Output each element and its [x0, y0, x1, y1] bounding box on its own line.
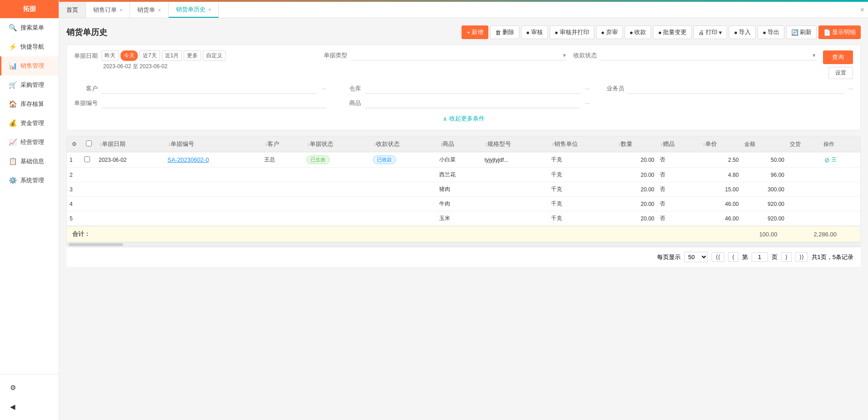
date-more-btn[interactable]: 更多: [184, 50, 201, 61]
cell-checkbox[interactable]: [81, 168, 96, 182]
per-page-select[interactable]: 50 100 200: [684, 252, 708, 262]
customer-ellipsis-btn[interactable]: ···: [322, 85, 326, 92]
doc-type-select[interactable]: ▾: [351, 50, 566, 60]
collapse-filter-btn[interactable]: ∧ 收起更多条件: [74, 113, 853, 125]
print-button[interactable]: 🖨 打印 ▾: [693, 25, 727, 39]
product-input[interactable]: [365, 98, 580, 108]
cell-checkbox[interactable]: [81, 211, 96, 226]
cell-number[interactable]: [165, 211, 261, 226]
customer-input[interactable]: [101, 84, 316, 94]
doc-number-link[interactable]: SA-20230602-0: [167, 156, 209, 163]
query-button[interactable]: 查询: [823, 50, 853, 64]
product-ellipsis-btn[interactable]: ···: [585, 100, 590, 106]
cell-number[interactable]: [165, 182, 261, 197]
tab-home[interactable]: 首页: [59, 2, 86, 18]
th-product[interactable]: ↕商品: [437, 136, 482, 152]
cell-checkbox[interactable]: [81, 152, 96, 168]
audit-button[interactable]: ● 审核: [521, 25, 548, 39]
date-yesterday-btn[interactable]: 昨天: [101, 50, 119, 61]
cell-number[interactable]: SA-20230602-0: [165, 152, 261, 168]
tab-sales-history-close[interactable]: ×: [208, 7, 211, 12]
tabs-bar-close-all[interactable]: ×: [860, 6, 868, 14]
pagination-prev-btn[interactable]: ⟨: [728, 252, 738, 262]
sidebar-item-quick-nav[interactable]: ⚡ 快捷导航: [0, 37, 59, 56]
sidebar-item-purchase-mgmt[interactable]: 🛒 采购管理: [0, 75, 59, 95]
scrollbar-thumb[interactable]: [69, 243, 123, 246]
sidebar-item-search-menu[interactable]: 🔍 搜索菜单: [0, 18, 59, 37]
refresh-button[interactable]: 🔄 刷新: [786, 25, 817, 39]
cell-customer: 王总: [261, 152, 304, 168]
export-button[interactable]: ● 导出: [758, 25, 784, 39]
th-gear[interactable]: ⚙: [67, 136, 81, 152]
new-button[interactable]: + 新增: [462, 25, 488, 39]
warehouse-input[interactable]: [365, 84, 580, 94]
sidebar-item-basic-info[interactable]: 📋 基础信息: [0, 152, 59, 171]
abandon-icon: ●: [601, 29, 605, 36]
date-custom-btn[interactable]: 自定义: [203, 50, 226, 61]
tab-sales-history[interactable]: 销货单历史 ×: [169, 2, 219, 18]
select-all-checkbox[interactable]: [86, 140, 92, 146]
staff-input[interactable]: [628, 84, 843, 94]
tab-sales-order[interactable]: 销售订单 ×: [86, 2, 130, 18]
cell-gift: 否: [657, 197, 699, 211]
cell-number[interactable]: [165, 168, 261, 182]
date-filter-label: 单据日期: [74, 52, 98, 60]
th-date[interactable]: ↕单据日期: [96, 136, 165, 152]
sidebar-collapse-btn[interactable]: ◀: [0, 397, 59, 416]
more-action-icon[interactable]: ⠿: [832, 156, 836, 164]
delete-button[interactable]: 🗑 删除: [490, 25, 519, 39]
date-filter-buttons: 昨天 今天 近7天 近1月 更多 自定义: [101, 50, 316, 61]
payment-status-select[interactable]: ▾: [601, 50, 816, 60]
sidebar-item-operations[interactable]: 📈 经营管理: [0, 133, 59, 152]
th-pay-status[interactable]: ↕收款状态: [370, 136, 437, 152]
edit-action-icon[interactable]: ⊘: [824, 156, 830, 164]
sidebar-item-label: 采购管理: [20, 81, 44, 89]
th-gift[interactable]: ↕赠品: [657, 136, 699, 152]
audit-print-button[interactable]: ● 审核并打印: [550, 25, 594, 39]
sidebar-settings-btn[interactable]: ⚙: [0, 378, 59, 397]
th-number[interactable]: ↕单据编号: [165, 136, 261, 152]
batch-change-button[interactable]: ● 批量变更: [653, 25, 692, 39]
abandon-button[interactable]: ● 弃审: [596, 25, 623, 39]
cell-doc-status: [304, 197, 370, 211]
staff-ellipsis-btn[interactable]: ···: [848, 85, 853, 92]
doc-number-input[interactable]: [101, 98, 326, 108]
th-qty[interactable]: ↕数量: [615, 136, 657, 152]
th-amount[interactable]: 金额: [742, 136, 787, 152]
pagination-last-btn[interactable]: ⟩⟩: [795, 252, 808, 262]
sidebar-item-finance[interactable]: 💰 资金管理: [0, 114, 59, 133]
th-customer[interactable]: ↕客户: [261, 136, 304, 152]
show-detail-button[interactable]: 📄 显示明细: [818, 25, 861, 39]
date-7days-btn[interactable]: 近7天: [140, 50, 160, 61]
import-button[interactable]: ● 导入: [729, 25, 756, 39]
sidebar-item-inventory[interactable]: 🏠 库存核算: [0, 95, 59, 114]
tab-sales-order-close[interactable]: ×: [120, 7, 122, 13]
th-doc-status[interactable]: ↕单据状态: [304, 136, 370, 152]
warehouse-ellipsis-btn[interactable]: ···: [585, 85, 590, 92]
page-number-input[interactable]: [752, 252, 768, 262]
collect-button[interactable]: ● 收款: [625, 25, 652, 39]
th-checkbox[interactable]: [81, 136, 96, 152]
date-today-btn[interactable]: 今天: [120, 50, 138, 61]
th-price[interactable]: ↕单价: [699, 136, 742, 152]
tab-sales-delivery[interactable]: 销货单 ×: [130, 2, 168, 18]
set-button[interactable]: 设置: [828, 67, 853, 79]
th-spec[interactable]: ↕规格型号: [482, 136, 548, 152]
cell-checkbox[interactable]: [81, 182, 96, 197]
cell-doc-status: [304, 211, 370, 226]
cell-checkbox[interactable]: [81, 197, 96, 211]
show-detail-icon: 📄: [823, 29, 831, 36]
page-label: 第: [742, 253, 748, 261]
sidebar-item-sales-mgmt[interactable]: 📊 销售管理: [0, 56, 59, 75]
cell-spec: [482, 211, 548, 226]
date-1month-btn[interactable]: 近1月: [162, 50, 182, 61]
row-checkbox[interactable]: [84, 156, 90, 162]
cell-number[interactable]: [165, 197, 261, 211]
sidebar-item-system-mgmt[interactable]: ⚙️ 系统管理: [0, 171, 59, 190]
pagination-next-btn[interactable]: ⟩: [781, 252, 792, 262]
horizontal-scrollbar[interactable]: [67, 242, 860, 246]
pagination-first-btn[interactable]: ⟨⟨: [712, 252, 724, 262]
th-unit[interactable]: ↕销售单位: [548, 136, 615, 152]
th-transaction[interactable]: 交货: [787, 136, 821, 152]
tab-sales-delivery-close[interactable]: ×: [158, 7, 161, 13]
